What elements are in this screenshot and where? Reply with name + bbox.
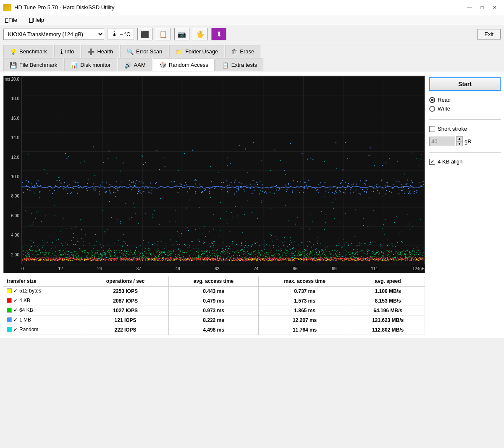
tab-info[interactable]: ℹ Info xyxy=(54,45,81,58)
menu-help[interactable]: HHelp xyxy=(27,16,46,24)
minimize-button[interactable]: — xyxy=(464,3,475,12)
camera-btn[interactable]: 📷 xyxy=(174,28,189,40)
tab-random-access[interactable]: 🎲 Random Access xyxy=(153,58,215,71)
separator1 xyxy=(429,119,501,120)
tab-health[interactable]: ➕ Health xyxy=(81,45,119,58)
tab-erase-label: Erase xyxy=(240,48,254,55)
spinbox-up-button[interactable]: ▲ xyxy=(456,136,463,141)
write-label: Write xyxy=(438,105,450,112)
close-button[interactable]: ✕ xyxy=(489,3,501,12)
table-cell-speed: 8.153 MB/s xyxy=(351,296,425,306)
table-cell-ops: 1027 IOPS xyxy=(82,306,168,316)
temperature-display: 🌡 – °C xyxy=(108,29,134,40)
align-checkbox-item[interactable]: 4 KB align xyxy=(429,158,501,165)
y-axis: 2.00 4.00 6.00 8.00 10.0 12.0 14.0 16.0 … xyxy=(4,76,21,273)
device-selector[interactable]: KIOXIA TransMemory (124 gB) xyxy=(3,29,104,40)
window-title: HD Tune Pro 5.70 - Hard Disk/SSD Utility xyxy=(14,4,114,11)
tab-folder-usage[interactable]: 📁 Folder Usage xyxy=(169,45,224,58)
short-stroke-checkbox-item[interactable]: Short stroke xyxy=(429,126,501,132)
benchmark-icon: 💡 xyxy=(10,48,17,55)
title-bar-left: HD Tune Pro 5.70 - Hard Disk/SSD Utility xyxy=(3,4,114,11)
title-bar: HD Tune Pro 5.70 - Hard Disk/SSD Utility… xyxy=(0,0,504,15)
extra-tests-icon: 📋 xyxy=(222,62,229,69)
table-cell-ops: 2253 IOPS xyxy=(82,286,168,296)
chart-wrapper: ms 2.00 4.00 6.00 8.00 10.0 12.0 14.0 16… xyxy=(3,76,425,273)
main-content: ms 2.00 4.00 6.00 8.00 10.0 12.0 14.0 16… xyxy=(0,72,504,338)
table-cell-avg: 0.973 ms xyxy=(169,306,259,316)
tab-disk-monitor[interactable]: 📊 Disk monitor xyxy=(64,58,117,71)
y-label-400: 4.00 xyxy=(4,233,21,237)
y-label-1600: 16.0 xyxy=(4,116,21,121)
chart-canvas-container xyxy=(21,76,425,264)
disk-monitor-icon: 📊 xyxy=(71,62,78,69)
table-row: ✓ 512 bytes 2253 IOPS 0.443 ms 0.737 ms … xyxy=(3,286,425,296)
tab-extra-tests[interactable]: 📋 Extra tests xyxy=(215,58,263,71)
checkbox-indicator: ✓ xyxy=(13,327,18,332)
temperature-value: – °C xyxy=(120,31,130,37)
table-cell-size: ✓ 512 bytes xyxy=(3,286,82,296)
x-label-24: 24 xyxy=(97,266,102,271)
copy-btn2[interactable]: 📋 xyxy=(156,28,171,40)
start-button[interactable]: Start xyxy=(429,77,501,91)
col-avg-speed: avg. speed xyxy=(351,277,425,286)
settings-btn[interactable]: 🖐 xyxy=(193,28,208,40)
write-radio-circle xyxy=(429,106,435,112)
maximize-button[interactable]: □ xyxy=(476,3,488,12)
x-label-74: 74 xyxy=(254,266,258,271)
checkbox-indicator: ✓ xyxy=(13,307,18,313)
error-scan-icon: 🔍 xyxy=(126,48,134,55)
write-radio-item[interactable]: Write xyxy=(429,105,501,112)
x-label-111: 111 xyxy=(371,266,378,271)
y-label-1400: 14.0 xyxy=(4,135,21,140)
health-icon: ➕ xyxy=(87,48,94,55)
download-btn[interactable]: ⬇ xyxy=(211,28,226,40)
y-label-200: 2.00 xyxy=(4,253,21,257)
short-stroke-label: Short stroke xyxy=(438,126,467,132)
color-indicator xyxy=(7,308,12,313)
tab-info-label: Info xyxy=(65,48,74,55)
separator2 xyxy=(429,152,501,153)
exit-button[interactable]: Exit xyxy=(477,29,501,40)
copy-btn1[interactable]: ⬛ xyxy=(137,28,152,40)
x-label-124: 124gB xyxy=(412,266,425,271)
tab-file-benchmark[interactable]: 💾 File Benchmark xyxy=(3,58,63,71)
table-row: ✓ 1 MB 121 IOPS 8.222 ms 12.207 ms 121.6… xyxy=(3,316,425,325)
tab-error-scan[interactable]: 🔍 Error Scan xyxy=(120,45,168,58)
checkbox-indicator: ✓ xyxy=(13,288,18,294)
table-cell-ops: 121 IOPS xyxy=(82,316,168,325)
table-cell-max: 1.865 ms xyxy=(258,306,351,316)
spinbox-down-button[interactable]: ▼ xyxy=(456,141,463,146)
tab-file-benchmark-label: File Benchmark xyxy=(19,62,57,68)
table-cell-ops: 222 IOPS xyxy=(82,325,168,335)
short-stroke-checkbox xyxy=(429,126,435,132)
table-cell-avg: 4.498 ms xyxy=(169,325,259,335)
folder-icon: 📁 xyxy=(176,48,183,55)
sidebar: Start Read Write Short stroke ▲ ▼ xyxy=(429,76,501,335)
y-label-1800: 18.0 xyxy=(4,96,21,101)
read-radio-item[interactable]: Read xyxy=(429,97,501,103)
read-write-group: Read Write xyxy=(429,95,501,113)
read-radio-circle xyxy=(429,97,435,103)
table-cell-avg: 8.222 ms xyxy=(169,316,259,325)
color-indicator xyxy=(7,288,12,293)
aam-icon: 🔊 xyxy=(124,62,131,69)
x-label-49: 49 xyxy=(176,266,180,271)
table-cell-avg: 0.479 ms xyxy=(169,296,259,306)
tab-folder-usage-label: Folder Usage xyxy=(185,48,218,55)
tab-aam[interactable]: 🔊 AAM xyxy=(118,58,152,71)
y-label-600: 6.00 xyxy=(4,213,21,218)
tab-erase[interactable]: 🗑 Erase xyxy=(225,45,260,58)
erase-icon: 🗑 xyxy=(231,48,237,55)
toolbar: KIOXIA TransMemory (124 gB) 🌡 – °C ⬛ 📋 📷… xyxy=(0,25,504,43)
menu-file[interactable]: FFile xyxy=(3,16,19,24)
tab-error-scan-label: Error Scan xyxy=(136,48,162,55)
chart-area: ms 2.00 4.00 6.00 8.00 10.0 12.0 14.0 16… xyxy=(3,76,425,335)
y-label-1200: 12.0 xyxy=(4,155,21,160)
table-cell-size: ✓ 4 KB xyxy=(3,296,82,306)
thermometer-icon: 🌡 xyxy=(111,30,118,38)
y-label-2000: 20.0 xyxy=(4,77,21,82)
table-cell-speed: 112.802 MB/s xyxy=(351,325,425,335)
stroke-spinbox[interactable] xyxy=(429,137,454,146)
table-cell-size: ✓ 64 KB xyxy=(3,306,82,316)
tab-benchmark[interactable]: 💡 Benchmark xyxy=(3,45,53,58)
